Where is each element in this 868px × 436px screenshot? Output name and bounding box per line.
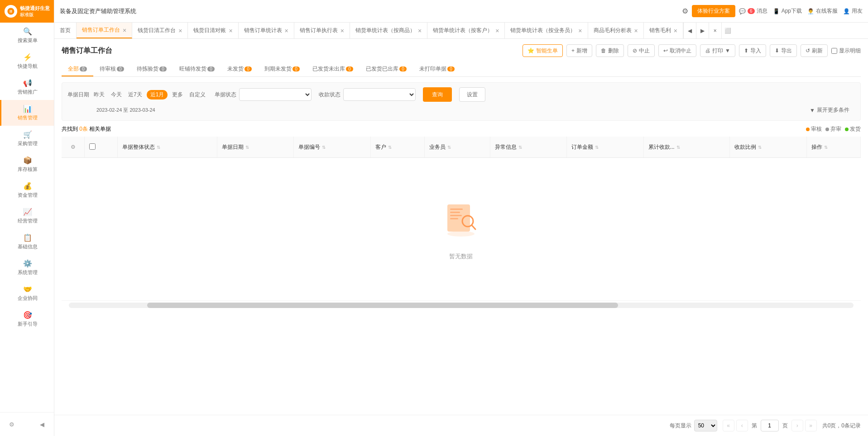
sub-tab-shipped-in[interactable]: 已发货已出库0 [360,62,413,76]
settings-bottom-btn[interactable]: ⚙ [4,416,20,432]
next-page-btn[interactable]: › [791,420,803,431]
tab-sales-product[interactable]: 销货单统计表（按商品）× [350,23,427,38]
scroll-tabs-right[interactable]: ▶ [696,23,709,39]
page-input[interactable] [761,420,779,431]
tab-sales-extra[interactable]: 销售毛利× [644,23,683,38]
sub-tab-all[interactable]: 全部0 [62,62,93,76]
sort-icon-ratio[interactable]: ⇅ [758,145,762,150]
print-btn[interactable]: 🖨 打印 ▼ [700,44,735,57]
add-btn[interactable]: + 新增 [566,44,592,57]
message-btn[interactable]: 💬 6 消息 [739,7,767,15]
tab-close-sales-customer[interactable]: × [495,28,499,34]
date-option-近7天[interactable]: 近7天 [126,90,144,100]
refresh-btn[interactable]: ↺ 刷新 [801,44,828,57]
sidebar-item-marketing[interactable]: 📢营销推广 [0,74,54,100]
th-settings[interactable]: ⚙ [62,137,85,158]
stop-btn[interactable]: ⊘ 中止 [628,44,655,57]
import-btn[interactable]: ⬆ 导入 [739,44,766,57]
sidebar-item-finance[interactable]: 💰资金管理 [0,177,54,203]
app-download-btn[interactable]: 📱 App下载 [773,7,802,15]
tab-close-cash-reconcile[interactable]: × [229,28,232,34]
tab-gross-profit[interactable]: 商品毛利分析表× [588,23,644,38]
last-page-btn[interactable]: » [805,420,817,431]
sub-tab-wangpu-ship[interactable]: 旺铺待发货0 [173,62,221,76]
th-checkbox[interactable] [85,137,118,158]
sidebar-item-system[interactable]: ⚙️系统管理 [0,255,54,280]
tab-close-sales-exec[interactable]: × [340,28,344,34]
tab-close-sales-stat[interactable]: × [285,28,288,34]
select-all-checkbox[interactable] [89,143,96,150]
scroll-tabs-left[interactable]: ◀ [683,23,696,39]
sub-tab-not-shipped[interactable]: 未发货0 [221,62,258,76]
date-option-自定义[interactable]: 自定义 [187,90,207,100]
sort-icon-exception[interactable]: ⇅ [518,145,522,150]
settings-icon-btn[interactable]: ⚙ [682,7,688,15]
sidebar-item-operation[interactable]: 📈经营管理 [0,203,54,229]
first-page-btn[interactable]: « [723,420,734,431]
sidebar-item-sales[interactable]: 📊销售管理 [0,100,54,126]
scroll-bar[interactable] [69,303,854,308]
export-btn[interactable]: ⬇ 导出 [770,44,797,57]
tab-close-cash-daily[interactable]: × [178,28,182,34]
sub-tab-pending-review[interactable]: 待审核0 [93,62,130,76]
experience-btn[interactable]: 体验行业方案 [692,5,735,17]
tab-sales-stat[interactable]: 销售订单统计表× [239,23,294,38]
sort-icon-customer[interactable]: ⇅ [388,145,392,150]
tab-sales-order-workbench[interactable]: 销售订单工作台× [77,23,132,38]
table-action-审核[interactable]: 审核 [806,125,822,133]
sidebar-item-basic[interactable]: 📋基础信息 [0,229,54,255]
sort-icon-amount[interactable]: ⇅ [595,145,599,150]
sub-tab-overdue-not-shipped[interactable]: 到期未发货0 [258,62,306,76]
tab-sales-exec[interactable]: 销售订单执行表× [294,23,350,38]
sort-icon-number[interactable]: ⇅ [322,145,326,150]
date-option-昨天[interactable]: 昨天 [92,90,106,100]
tab-close-sales-extra[interactable]: × [674,28,677,34]
tab-close-sales-product[interactable]: × [418,28,422,34]
cancel-stop-btn[interactable]: ↩ 取消中止 [658,44,696,57]
tab-sales-staff[interactable]: 销货单统计表（按业务员）× [505,23,588,38]
display-detail-label[interactable]: 显示明细 [831,47,861,55]
query-btn[interactable]: 查询 [423,87,452,102]
date-option-近1月[interactable]: 近1月 [147,90,168,100]
tab-cash-daily[interactable]: 钱货日清工作台× [132,23,188,38]
display-detail-checkbox[interactable] [831,48,837,54]
sidebar-item-quick[interactable]: ⚡快捷导航 [0,48,54,74]
tab-close-gross-profit[interactable]: × [634,28,638,34]
sort-icon-status[interactable]: ⇅ [157,145,160,150]
sidebar-item-purchase[interactable]: 🛒采购管理 [0,126,54,152]
set-btn[interactable]: 设置 [459,87,485,102]
date-option-今天[interactable]: 今天 [109,90,124,100]
tab-close-sales-staff[interactable]: × [578,28,582,34]
sort-icon-date[interactable]: ⇅ [245,145,249,150]
table-action-发货[interactable]: 发货 [845,125,861,133]
prev-page-btn[interactable]: ‹ [736,420,748,431]
close-tab[interactable]: × [709,23,721,39]
smart-gen-btn[interactable]: ⭐ 智能生单 [523,44,563,57]
delete-btn[interactable]: 🗑 删除 [596,44,624,57]
sort-icon-collected[interactable]: ⇅ [676,145,680,150]
expand-btn[interactable]: ▼ 展开更多条件 [804,104,855,116]
status-select[interactable] [239,88,312,101]
tab-home[interactable]: 首页 [54,23,77,38]
sub-tab-shipped-not-in[interactable]: 已发货未出库0 [306,62,360,76]
settings-col-icon[interactable]: ⚙ [66,140,80,154]
sub-tab-not-printed[interactable]: 未打印单据0 [413,62,461,76]
sidebar-item-enterprise[interactable]: 🤝企业协同 [0,280,54,306]
maximize-tab[interactable]: ⬜ [721,23,734,39]
sub-tab-pending-verify[interactable]: 待拣验货0 [130,62,173,76]
payment-select[interactable] [343,88,416,101]
sidebar-item-guide[interactable]: 🎯新手引导 [0,306,54,332]
tab-cash-reconcile[interactable]: 钱货日清对账× [188,23,238,38]
tab-close-sales-order-workbench[interactable]: × [123,27,126,33]
per-page-select[interactable]: 10 20 50 100 [694,420,717,431]
online-service-btn[interactable]: 👨‍💼 在线客服 [807,7,838,15]
sidebar-item-search[interactable]: 🔍搜索菜单 [0,23,54,48]
collapse-btn[interactable]: ◀ [34,416,50,432]
sort-icon-staff[interactable]: ⇅ [447,145,451,150]
scroll-thumb[interactable] [147,303,618,308]
table-action-弃审[interactable]: 弃审 [825,125,841,133]
sort-icon-action[interactable]: ⇅ [824,145,828,150]
user-btn[interactable]: 👤 用友 [843,7,863,15]
date-option-更多[interactable]: 更多 [170,90,185,100]
tab-sales-customer[interactable]: 销货单统计表（按客户）× [427,23,505,38]
